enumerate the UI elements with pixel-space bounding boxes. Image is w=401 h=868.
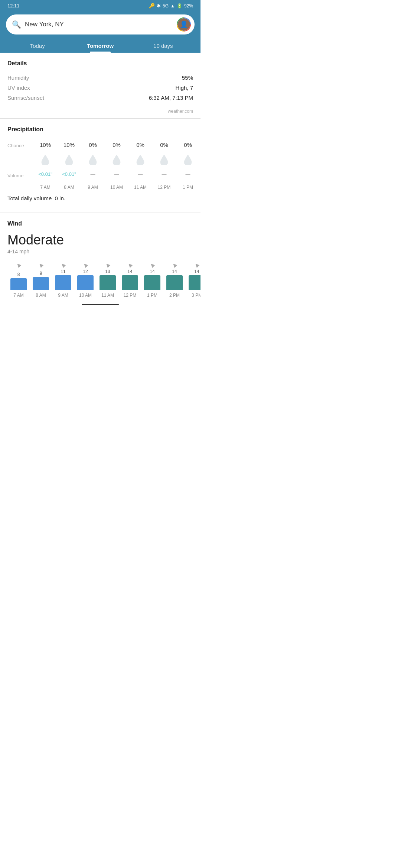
humidity-value: 55% (182, 75, 193, 81)
wind-bar-wrap: 13 (100, 269, 116, 290)
wind-time-label: 7 AM (13, 293, 23, 298)
drop-icon (135, 153, 146, 166)
precip-time: 1 PM (183, 180, 193, 190)
wind-time-label: 1 PM (147, 293, 157, 298)
precip-chance: 0% (184, 139, 192, 151)
wind-bar (100, 275, 116, 290)
precip-volume: — (186, 168, 190, 180)
wind-arrow-icon: ▲ (38, 261, 44, 269)
precipitation-section: Precipitation Chance Volume 10% <0.01"7 … (0, 119, 200, 213)
wind-bar (189, 275, 200, 290)
precip-volume: — (138, 168, 143, 180)
precip-col: 0% —10 AM (105, 139, 128, 191)
wind-col: ▲1311 AM (97, 261, 119, 298)
precip-volume: — (114, 168, 119, 180)
bottom-nav-bar (0, 302, 200, 309)
total-daily: Total daily volume 0 in. (0, 191, 200, 207)
wind-speed-label: 9 (40, 271, 42, 276)
precip-label-col: Chance Volume (7, 139, 33, 191)
wind-col: ▲119 AM (52, 261, 74, 298)
precip-time: 11 AM (134, 180, 147, 190)
signal-icon: 5G (163, 3, 169, 9)
wind-speed-label: 8 (17, 272, 20, 277)
precip-title: Precipitation (0, 126, 200, 133)
wind-title: Wind (0, 220, 200, 227)
detail-sunrise: Sunrise/sunset 6:32 AM, 7:13 PM (7, 93, 193, 103)
precip-chance: 10% (40, 139, 51, 151)
wind-bar-wrap: 14 (144, 269, 160, 290)
precip-volume: <0.01" (38, 168, 52, 180)
tab-bar: Today Tomorrow 10 days (6, 40, 195, 53)
search-bar[interactable]: 🔍 👤 (6, 14, 195, 34)
precip-col: 0% —12 PM (152, 139, 176, 191)
search-icon: 🔍 (12, 20, 21, 29)
precip-chance: 10% (63, 139, 75, 151)
wind-data-cols: ▲87 AM▲98 AM▲119 AM▲1210 AM▲1311 AM▲1412… (7, 261, 193, 298)
wind-bar (10, 278, 27, 290)
total-daily-label: Total daily volume (7, 195, 52, 201)
wind-col: ▲143 PM (186, 261, 200, 298)
avatar[interactable]: 👤 (177, 17, 191, 32)
wind-bar-wrap: 12 (77, 269, 94, 290)
wind-bar-wrap: 9 (33, 269, 49, 290)
detail-humidity: Humidity 55% (7, 73, 193, 83)
drop-spacer (7, 151, 33, 170)
wind-time-label: 10 AM (79, 293, 92, 298)
key-icon: 🔑 (149, 3, 155, 9)
battery-icon: 🔋 (177, 3, 182, 9)
wind-col: ▲141 PM (141, 261, 163, 298)
sunrise-value: 6:32 AM, 7:13 PM (149, 95, 193, 101)
precip-chance: 0% (89, 139, 97, 151)
precip-col: 0% —9 AM (81, 139, 105, 191)
tab-10days[interactable]: 10 days (132, 40, 195, 53)
precip-time: 8 AM (64, 180, 74, 190)
details-title: Details (7, 60, 193, 67)
wind-time-label: 12 PM (124, 293, 137, 298)
tab-tomorrow[interactable]: Tomorrow (69, 40, 131, 53)
drop-icon (64, 153, 74, 166)
drop-icon (183, 153, 193, 166)
wind-arrow-icon: ▲ (127, 261, 133, 269)
precip-scroll[interactable]: Chance Volume 10% <0.01"7 AM10% <0.01"8 … (0, 139, 200, 191)
wind-range: 4-14 mph (7, 249, 193, 254)
details-table: Humidity 55% UV index High, 7 Sunrise/su… (7, 73, 193, 103)
wind-chart[interactable]: ▲87 AM▲98 AM▲119 AM▲1210 AM▲1311 AM▲1412… (0, 255, 200, 302)
drop-icon (111, 153, 122, 166)
precip-time: 9 AM (88, 180, 98, 190)
tab-today[interactable]: Today (6, 40, 69, 53)
wind-col: ▲98 AM (30, 261, 52, 298)
signal-bars-icon: ▲ (170, 3, 175, 9)
precip-time: 12 PM (158, 180, 171, 190)
precip-table: Chance Volume 10% <0.01"7 AM10% <0.01"8 … (7, 139, 193, 191)
status-icons: 🔑 ✱ 5G ▲ 🔋 92% (149, 3, 193, 9)
wind-time-label: 9 AM (58, 293, 68, 298)
search-input[interactable] (25, 21, 173, 28)
wind-bar (77, 275, 94, 290)
precip-volume: <0.01" (62, 168, 76, 180)
status-time: 12:11 (7, 3, 20, 9)
wind-moderate-label: Moderate (7, 232, 193, 248)
wind-time-label: 2 PM (169, 293, 180, 298)
volume-label: Volume (7, 170, 33, 181)
wind-arrow-icon: ▲ (171, 261, 178, 269)
wind-time-label: 8 AM (36, 293, 46, 298)
total-daily-value: 0 in. (55, 195, 65, 201)
drop-icon (159, 153, 169, 166)
header: 🔍 👤 Today Tomorrow 10 days (0, 11, 200, 53)
precip-col: 0% —11 AM (128, 139, 152, 191)
precip-data-cols: 10% <0.01"7 AM10% <0.01"8 AM0% —9 AM0% —… (33, 139, 200, 191)
wind-bar-wrap: 14 (166, 269, 183, 290)
wind-description: Moderate 4-14 mph (0, 231, 200, 255)
drop-icon (40, 153, 50, 166)
chance-label: Chance (7, 139, 33, 151)
profile-image: 👤 (177, 18, 190, 31)
content-area: Details Humidity 55% UV index High, 7 Su… (0, 53, 200, 309)
precip-col: 10% <0.01"8 AM (57, 139, 81, 191)
uv-label: UV index (7, 85, 30, 91)
wind-arrow-icon: ▲ (104, 261, 111, 269)
wind-bar-wrap: 14 (122, 269, 138, 290)
wind-arrow-icon: ▲ (60, 261, 66, 269)
sunrise-label: Sunrise/sunset (7, 95, 44, 101)
wind-bar (55, 275, 71, 290)
wind-bar (144, 275, 160, 290)
